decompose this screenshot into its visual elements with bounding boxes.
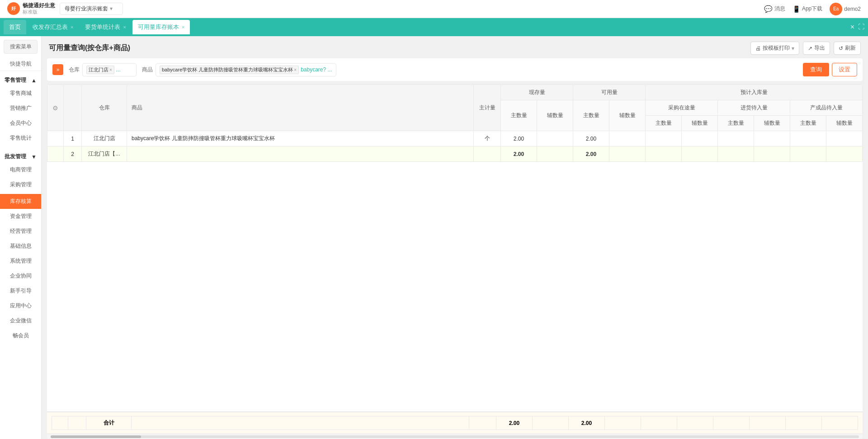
th-avail-main: 主数量 xyxy=(573,100,609,131)
gear-icon[interactable]: ⚙ xyxy=(52,104,58,112)
tab-receipts[interactable]: 收发存汇总表 × xyxy=(27,20,79,34)
table-container: ⚙ 仓库 商品 主计量 现存量 可用量 预计入库量 主数量 辅数 xyxy=(47,85,863,439)
filter-expand-button[interactable]: » xyxy=(52,64,63,75)
export-icon: ↗ xyxy=(808,45,812,52)
row2-no: 2 xyxy=(64,146,82,162)
warehouse-filter-label: 仓库 xyxy=(69,66,80,74)
row1-prod-sub xyxy=(826,131,863,146)
filter-actions: 查询 设置 xyxy=(803,63,857,76)
tab-orders-close[interactable]: × xyxy=(123,24,126,30)
logo-text: 畅捷通好生意 xyxy=(23,2,55,9)
sidebar-item-operations[interactable]: 经营管理 xyxy=(0,224,41,239)
tab-inventory-close[interactable]: × xyxy=(182,24,184,30)
sidebar-search-area: 搜索菜单 xyxy=(0,36,41,57)
warehouse-more[interactable]: ... xyxy=(116,66,121,73)
tab-home[interactable]: 首页 xyxy=(4,20,26,34)
row1-no: 1 xyxy=(64,131,82,146)
query-button[interactable]: 查询 xyxy=(803,63,829,76)
tab-inventory[interactable]: 可用量库存账本 × xyxy=(132,20,190,34)
table-row: 1 江北门店 babycare学饮杯 儿童防摔防撞吸管杯重力球吸嘴杯宝宝水杯 个… xyxy=(47,131,863,146)
print-button[interactable]: 🖨 按模板打印 ▾ xyxy=(750,42,799,55)
scroll-thumb[interactable] xyxy=(51,435,141,438)
sidebar-quick-nav[interactable]: 快捷导航 xyxy=(0,57,41,71)
product-tag-1-value: babycare学饮杯 儿童防摔防撞吸管杯重力球吸嘴杯宝宝水杯 xyxy=(162,66,293,73)
print-chevron-icon: ▾ xyxy=(792,45,794,52)
search-menu-button[interactable]: 搜索菜单 xyxy=(4,40,38,54)
row2-stock-sub xyxy=(537,146,573,162)
product-tag-1-remove[interactable]: × xyxy=(294,67,297,72)
settings-button[interactable]: 设置 xyxy=(832,63,857,76)
warehouse-filter: 仓库 江北门店 × ... xyxy=(69,63,137,76)
nav-actions: × ⛶ xyxy=(850,23,864,31)
sidebar-wholesale-header[interactable]: 批发管理 ▼ xyxy=(0,149,41,162)
top-bar-left: 好 畅捷通好生意 标准版 母婴行业演示账套 ▾ xyxy=(7,2,123,15)
message-icon: 💬 xyxy=(764,5,773,13)
row2-pur-main xyxy=(646,146,682,162)
refresh-icon: ↺ xyxy=(839,45,843,52)
row1-unit: 个 xyxy=(474,131,501,146)
sidebar-item-ecommerce[interactable]: 电商管理 xyxy=(0,162,41,177)
th-stock-sub: 辅数量 xyxy=(537,100,573,131)
download-label: App下载 xyxy=(802,5,822,13)
row1-stock-main: 2.00 xyxy=(501,131,537,146)
product-tags-input[interactable]: babycare学饮杯 儿童防摔防撞吸管杯重力球吸嘴杯宝宝水杯 × babyca… xyxy=(156,63,336,76)
page-actions: 🖨 按模板打印 ▾ ↗ 导出 ↺ 刷新 xyxy=(750,42,861,55)
sidebar-section-wholesale: 批发管理 ▼ 电商管理 采购管理 xyxy=(0,147,41,194)
warehouse-tag-remove[interactable]: × xyxy=(109,67,112,72)
sidebar-item-purchase[interactable]: 采购管理 xyxy=(0,177,41,192)
logo-text-area: 畅捷通好生意 标准版 xyxy=(23,2,55,15)
th-prod-sub: 辅数量 xyxy=(826,116,863,131)
row1-warehouse: 江北门店 xyxy=(82,131,127,146)
user-area[interactable]: Ea demo2 xyxy=(830,3,861,15)
sidebar-item-marketing[interactable]: 营销推广 xyxy=(0,101,41,116)
sidebar-item-changhui[interactable]: 畅会员 xyxy=(0,328,41,343)
sidebar-item-basic-info[interactable]: 基础信息 xyxy=(0,239,41,254)
sidebar-item-collab[interactable]: 企业协同 xyxy=(0,269,41,283)
logo-icon: 好 xyxy=(7,2,20,15)
sidebar-item-ecshop[interactable]: 零售商城 xyxy=(0,86,41,101)
industry-selector[interactable]: 母婴行业演示账套 ▾ xyxy=(60,3,123,15)
row2-product xyxy=(127,146,474,162)
th-purchase-group: 采购在途量 xyxy=(646,100,718,116)
table-header-row-1: ⚙ 仓库 商品 主计量 现存量 可用量 预计入库量 xyxy=(47,85,863,100)
sidebar-retail-header[interactable]: 零售管理 ▲ xyxy=(0,73,41,86)
th-inc-sub: 辅数量 xyxy=(754,116,790,131)
refresh-button[interactable]: ↺ 刷新 xyxy=(834,42,861,55)
product-more[interactable]: babycare? ... xyxy=(301,66,332,73)
row2-avail-main: 2.00 xyxy=(573,146,609,162)
sidebar-section-retail: 零售管理 ▲ 零售商城 营销推广 会员中心 零售统计 xyxy=(0,71,41,147)
warehouse-tag-value: 江北门店 xyxy=(89,66,108,73)
maximize-button[interactable]: ⛶ xyxy=(858,23,864,31)
sidebar-item-newguide[interactable]: 新手引导 xyxy=(0,283,41,298)
sidebar-item-appstore[interactable]: 应用中心 xyxy=(0,298,41,313)
table-row: 2 江北门店【... 2.00 2.00 xyxy=(47,146,863,162)
content-area: 可用量查询(按仓库+商品) 🖨 按模板打印 ▾ ↗ 导出 ↺ 刷新 xyxy=(42,36,868,439)
scroll-track xyxy=(51,435,859,438)
wholesale-label: 批发管理 xyxy=(5,153,26,160)
horizontal-scrollbar[interactable] xyxy=(47,434,863,439)
message-button[interactable]: 💬 消息 xyxy=(764,5,785,13)
retail-label: 零售管理 xyxy=(5,76,26,84)
table-footer: 合计 2.00 2.00 xyxy=(47,411,863,434)
th-prod-main: 主数量 xyxy=(790,116,826,131)
sidebar-item-retail-stats[interactable]: 零售统计 xyxy=(0,131,41,146)
row2-inc-main xyxy=(718,146,754,162)
sidebar-item-system[interactable]: 系统管理 xyxy=(0,254,41,269)
row2-gear xyxy=(47,146,64,162)
sidebar-item-member[interactable]: 会员中心 xyxy=(0,116,41,131)
close-all-button[interactable]: × xyxy=(850,23,854,31)
sidebar-item-inventory[interactable]: 库存核算 xyxy=(0,194,41,209)
warehouse-tags-input[interactable]: 江北门店 × ... xyxy=(82,63,137,76)
tab-orders[interactable]: 要货单统计表 × xyxy=(80,20,131,34)
sidebar-item-finance[interactable]: 资金管理 xyxy=(0,209,41,224)
sidebar-item-wechat[interactable]: 企业微信 xyxy=(0,313,41,328)
row2-prod-sub xyxy=(826,146,863,162)
th-warehouse: 仓库 xyxy=(82,85,127,131)
row1-prod-main xyxy=(790,131,826,146)
export-button[interactable]: ↗ 导出 xyxy=(803,42,830,55)
product-filter: 商品 babycare学饮杯 儿童防摔防撞吸管杯重力球吸嘴杯宝宝水杯 × bab… xyxy=(142,63,336,76)
app-download-button[interactable]: 📱 App下载 xyxy=(793,5,822,13)
tab-receipts-close[interactable]: × xyxy=(71,24,73,30)
username-label: demo2 xyxy=(844,6,861,12)
sidebar: 搜索菜单 快捷导航 零售管理 ▲ 零售商城 营销推广 会员中心 零售统计 批发管… xyxy=(0,36,42,439)
